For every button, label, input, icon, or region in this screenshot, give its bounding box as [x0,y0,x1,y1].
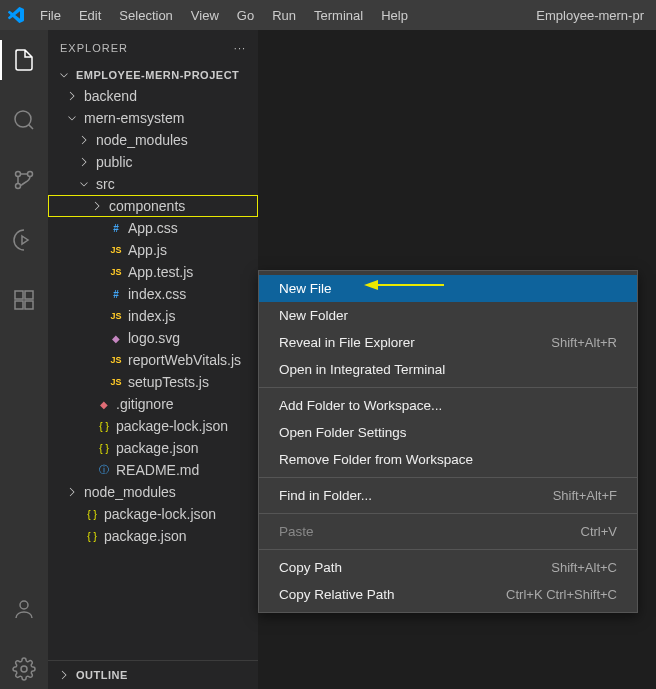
chevron-right-icon [64,484,80,500]
context-item-reveal-in-file-explorer[interactable]: Reveal in File ExplorerShift+Alt+R [259,329,637,356]
sidebar-header-title: EXPLORER [60,42,128,54]
context-item-find-in-folder-[interactable]: Find in Folder...Shift+Alt+F [259,482,637,509]
context-item-label: Paste [279,524,314,539]
extensions-activity-icon[interactable] [0,280,48,320]
menu-bar: FileEditSelectionViewGoRunTerminalHelp [32,4,416,27]
tree-item[interactable]: #index.css [48,283,258,305]
tree-item[interactable]: JSindex.js [48,305,258,327]
tree-item-label: index.css [128,286,186,302]
svg-point-2 [16,172,21,177]
svg-point-10 [20,601,28,609]
tree-item[interactable]: JSsetupTests.js [48,371,258,393]
menu-item-view[interactable]: View [183,4,227,27]
tree-item-label: backend [84,88,137,104]
tree-item[interactable]: src [48,173,258,195]
project-root[interactable]: EMPLOYEE-MERN-PROJECT [48,65,258,85]
tree-item[interactable]: components [48,195,258,217]
context-item-new-file[interactable]: New File [259,275,637,302]
outline-section[interactable]: OUTLINE [48,660,258,689]
tree-item[interactable]: ⓘREADME.md [48,459,258,481]
explorer-activity-icon[interactable] [0,40,48,80]
menu-item-run[interactable]: Run [264,4,304,27]
menu-item-go[interactable]: Go [229,4,262,27]
tree-item-label: node_modules [96,132,188,148]
js-file-icon: JS [108,374,124,390]
context-item-open-folder-settings[interactable]: Open Folder Settings [259,419,637,446]
context-divider [259,549,637,550]
tree-item-label: package.json [104,528,187,544]
svg-point-4 [16,184,21,189]
svg-marker-5 [22,236,28,244]
tree-item[interactable]: mern-emsystem [48,107,258,129]
context-item-remove-folder-from-workspace[interactable]: Remove Folder from Workspace [259,446,637,473]
svg-file-icon: ◆ [108,330,124,346]
svg-rect-6 [15,291,23,299]
debug-activity-icon[interactable] [0,220,48,260]
svg-marker-13 [364,280,378,290]
menu-item-selection[interactable]: Selection [111,4,180,27]
context-item-label: Open Folder Settings [279,425,407,440]
tree-item-label: App.js [128,242,167,258]
tree-item[interactable]: { }package-lock.json [48,503,258,525]
context-item-add-folder-to-workspace-[interactable]: Add Folder to Workspace... [259,392,637,419]
settings-activity-icon[interactable] [0,649,48,689]
tree-item-label: node_modules [84,484,176,500]
tree-item[interactable]: { }package-lock.json [48,415,258,437]
tree-item[interactable]: JSApp.test.js [48,261,258,283]
tree-item[interactable]: node_modules [48,129,258,151]
svg-point-11 [21,666,27,672]
context-item-copy-relative-path[interactable]: Copy Relative PathCtrl+K Ctrl+Shift+C [259,581,637,608]
svg-rect-7 [25,291,33,299]
svg-rect-9 [25,301,33,309]
json-file-icon: { } [84,506,100,522]
menu-item-edit[interactable]: Edit [71,4,109,27]
context-item-shortcut: Shift+Alt+C [551,560,617,575]
json-file-icon: { } [96,418,112,434]
tree-item[interactable]: backend [48,85,258,107]
tree-item[interactable]: JSreportWebVitals.js [48,349,258,371]
js-file-icon: JS [108,264,124,280]
source-control-activity-icon[interactable] [0,160,48,200]
more-actions-icon[interactable]: ··· [234,42,246,54]
context-item-copy-path[interactable]: Copy PathShift+Alt+C [259,554,637,581]
tree-item-label: logo.svg [128,330,180,346]
titlebar: FileEditSelectionViewGoRunTerminalHelp E… [0,0,656,30]
tree-item[interactable]: node_modules [48,481,258,503]
tree-item-label: .gitignore [116,396,174,412]
tree-item[interactable]: { }package.json [48,525,258,547]
context-item-open-in-integrated-terminal[interactable]: Open in Integrated Terminal [259,356,637,383]
search-activity-icon[interactable] [0,100,48,140]
tree-item-label: components [109,198,185,214]
chevron-right-icon [89,198,105,214]
account-activity-icon[interactable] [0,589,48,629]
json-file-icon: { } [96,440,112,456]
menu-item-help[interactable]: Help [373,4,416,27]
tree-item[interactable]: { }package.json [48,437,258,459]
context-item-paste: PasteCtrl+V [259,518,637,545]
tree-item-label: src [96,176,115,192]
tree-item-label: reportWebVitals.js [128,352,241,368]
js-file-icon: JS [108,308,124,324]
readme-file-icon: ⓘ [96,462,112,478]
context-item-new-folder[interactable]: New Folder [259,302,637,329]
tree-item[interactable]: public [48,151,258,173]
context-item-label: New File [279,281,332,296]
chevron-down-icon [56,67,72,83]
tree-item-label: README.md [116,462,199,478]
css-file-icon: # [108,220,124,236]
tree-item-label: package-lock.json [104,506,216,522]
tree-item-label: package.json [116,440,199,456]
menu-item-file[interactable]: File [32,4,69,27]
context-item-shortcut: Shift+Alt+F [553,488,617,503]
explorer-sidebar: EXPLORER ··· EMPLOYEE-MERN-PROJECT backe… [48,30,258,689]
tree-item[interactable]: #App.css [48,217,258,239]
tree-item[interactable]: ◆logo.svg [48,327,258,349]
context-divider [259,387,637,388]
tree-item[interactable]: ◆.gitignore [48,393,258,415]
context-item-label: Copy Relative Path [279,587,395,602]
menu-item-terminal[interactable]: Terminal [306,4,371,27]
tree-item[interactable]: JSApp.js [48,239,258,261]
js-file-icon: JS [108,242,124,258]
outline-label: OUTLINE [76,669,128,681]
context-divider [259,513,637,514]
